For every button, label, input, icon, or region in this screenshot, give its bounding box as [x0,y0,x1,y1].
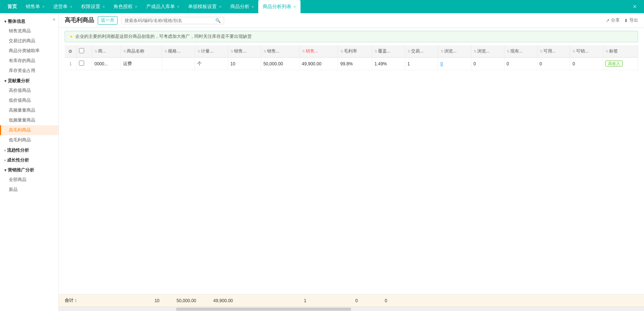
sidebar-item-all-goods[interactable]: 全部商品 [0,175,58,185]
wealth-arrow-icon: ▾ [4,79,6,83]
col-saleable-stock[interactable]: ⇅可销... [570,45,603,58]
nav-permission[interactable]: 权限设置 × [77,0,109,13]
col-trade-count[interactable]: ⇅交易... [405,45,438,58]
nav-permission-label: 权限设置 [81,3,100,10]
select-all-checkbox[interactable] [79,48,84,53]
row-current-stock: 0 [504,58,537,70]
window-close-button[interactable]: × [628,3,641,11]
nav-analysis-list-label: 商品分析列表 [263,3,291,10]
col-cover-rate[interactable]: ⇅覆盖... [372,45,405,58]
row-sales-amount: 50,000.00 [261,58,299,70]
table-header-row: ⚙ ⇅商... ⇅商品名称 ⇅规格... ⇅计量... ⇅销售... ⇅销售..… [65,45,638,58]
sidebar-item-high-value[interactable]: 高价值商品 [0,86,58,95]
main-container: « ▾ 整体信息 销售览商品 交易过的商品 商品分类辅助率 有库存的商品 库存资… [0,13,644,311]
sidebar-item-stock-capital[interactable]: 库存资金占用 [0,66,58,76]
row-checkbox[interactable] [79,61,84,66]
sidebar-item-high-profit[interactable]: 高毛利商品 [0,125,58,135]
row-tag: 高收入 [603,58,638,70]
share-label: 分享 [611,17,620,23]
sidebar-item-low-profit[interactable]: 低毛利商品 [0,135,58,145]
nav-template[interactable]: 单据模板设置 × [184,0,226,13]
sidebar-group-trend[interactable]: › 流趋性分析 [0,145,58,155]
nav-stock-in[interactable]: 产成品入库单 × [142,0,184,13]
search-icon[interactable]: 🔍 [215,18,221,23]
row-trade-count: 1 [405,58,438,70]
top-navigation: 首页 销售单 × 进货单 × 权限设置 × 角色授权 × 产成品入库单 × 单据… [0,0,644,13]
nav-purchase-close[interactable]: × [70,4,72,9]
data-table: ⚙ ⇅商... ⇅商品名称 ⇅规格... ⇅计量... ⇅销售... ⇅销售..… [65,45,638,70]
horizontal-scrollbar[interactable] [59,307,644,311]
sidebar-group-growth[interactable]: › 成长性分析 [0,155,58,165]
info-banner: ✦ 企业的主要的利润都是这部分商品创造的，可考虑加大推广，同时关注库存是不要出现… [65,31,638,42]
nav-permission-close[interactable]: × [102,4,105,9]
browse1-link[interactable]: 0 [440,61,443,66]
sidebar-item-analysis-assist[interactable]: 商品分类辅助率 [0,46,58,56]
footer-gross-rate-spacer [235,298,257,303]
row-sales-qty: 10 [228,58,261,70]
row-unit: 个 [195,58,228,70]
export-label: 导出 [629,17,638,23]
sidebar-group-trend-label: 流趋性分析 [7,147,29,153]
nav-purchase[interactable]: 进货单 × [49,0,76,13]
export-button[interactable]: ⬇ 导出 [624,17,638,23]
col-gross-rate[interactable]: ⇅毛利率 [338,45,372,58]
col-browse1[interactable]: ⇅浏览... [438,45,471,58]
sidebar-group-wealth[interactable]: ▾ 贡献量分析 [0,76,58,86]
header-actions: ↗ 分享 ⬇ 导出 [606,17,638,23]
row-checkbox-cell [76,58,92,70]
row-cover-rate: 1.49% [372,58,405,70]
nav-home[interactable]: 首页 [3,0,21,13]
tag-badge: 高收入 [605,61,623,66]
col-code[interactable]: ⇅商... [92,45,121,58]
row-browse1[interactable]: 0 [438,58,471,70]
footer-browse2: 0 [338,298,360,303]
nav-role[interactable]: 角色授权 × [109,0,141,13]
col-tag[interactable]: ⇅标签 [603,45,638,58]
sidebar-item-traded-goods[interactable]: 交易过的商品 [0,36,58,46]
row-spec [162,58,195,70]
search-input[interactable] [125,18,215,23]
time-filter-button[interactable]: 近一月 [98,16,118,25]
footer-cells: 10 50,000.00 49,900.00 1 0 0 [81,298,638,303]
sidebar-group-marketing-label: 营销推广分析 [8,167,34,173]
footer-spacer [81,298,132,303]
sidebar-collapse-button[interactable]: « [53,16,55,22]
nav-analysis-list[interactable]: 商品分析列表 × [258,0,300,13]
col-sales-amount[interactable]: ⇅销售... [261,45,299,58]
sidebar-item-high-freq[interactable]: 高频量量商品 [0,105,58,115]
col-name[interactable]: ⇅商品名称 [121,45,162,58]
col-current-stock[interactable]: ⇅现有... [504,45,537,58]
sidebar-item-low-value[interactable]: 低价值商品 [0,95,58,105]
col-unit[interactable]: ⇅计量... [195,45,228,58]
growth-arrow-icon: › [4,158,6,162]
search-box: 🔍 [121,17,224,24]
nav-sales-close[interactable]: × [42,4,44,9]
sidebar-group-overall[interactable]: ▾ 整体信息 [0,16,58,26]
sidebar-item-new-goods[interactable]: 新品 [0,185,58,195]
col-sales-qty[interactable]: ⇅销售... [228,45,261,58]
sidebar-group-overall-label: 整体信息 [8,18,25,25]
footer-current-stock: 0 [360,298,389,303]
col-available-stock[interactable]: ⇅可用... [537,45,570,58]
trend-arrow-icon: › [4,148,6,152]
nav-analysis-close[interactable]: × [252,4,254,9]
sidebar-item-in-stock-goods[interactable]: 有库存的商品 [0,56,58,66]
nav-template-close[interactable]: × [219,4,221,9]
nav-sales[interactable]: 销售单 × [21,0,49,13]
col-settings[interactable]: ⚙ [65,45,76,58]
sidebar-item-sales-goods[interactable]: 销售览商品 [0,26,58,36]
sidebar-item-low-freq[interactable]: 低频量量商品 [0,115,58,125]
nav-analysis-list-close[interactable]: × [294,4,296,9]
row-gross-rate: 99.8% [338,58,372,70]
row-saleable-stock: 0 [570,58,603,70]
nav-analysis[interactable]: 商品分析 × [226,0,258,13]
col-sales-profit[interactable]: ⇅销售... [299,45,338,58]
nav-purchase-label: 进货单 [53,3,68,10]
nav-role-close[interactable]: × [135,4,137,9]
sidebar-group-marketing[interactable]: ▾ 营销推广分析 [0,165,58,175]
col-browse2[interactable]: ⇅浏览... [471,45,504,58]
col-spec[interactable]: ⇅规格... [162,45,195,58]
nav-stock-in-close[interactable]: × [177,4,179,9]
share-button[interactable]: ↗ 分享 [606,17,620,23]
scrollbar-thumb[interactable] [176,308,352,311]
